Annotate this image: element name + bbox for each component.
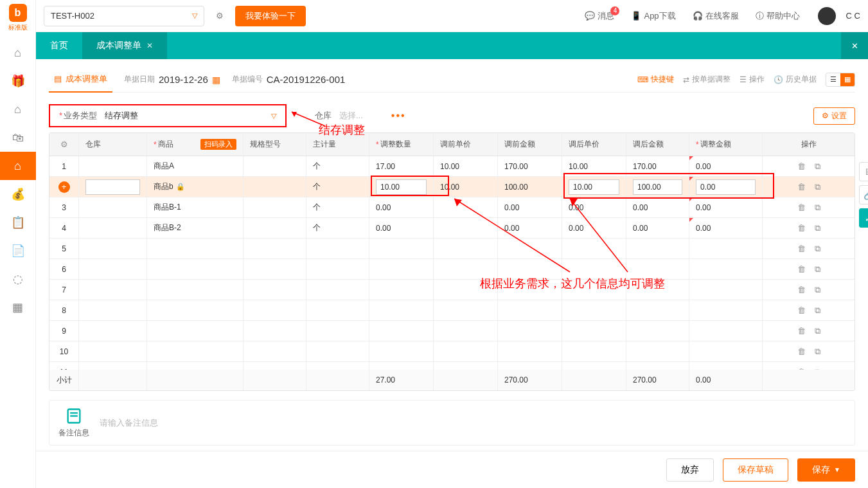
nav-clipboard-icon[interactable]: 📋 (0, 208, 36, 237)
rail-note-icon[interactable]: 🗎 (859, 162, 868, 181)
delete-icon[interactable]: 🗑 (797, 326, 806, 336)
try-button[interactable]: 我要体验一下 (235, 6, 306, 26)
table-row[interactable]: 3商品B-1个0.000.000.000.000.00🗑⧉ (49, 197, 855, 218)
close-icon[interactable]: ✕ (146, 41, 153, 50)
view-toggle[interactable]: ☰ ▦ (826, 73, 855, 87)
nav-gift-icon[interactable]: 🎁 (0, 67, 36, 95)
scan-button[interactable]: 扫码录入 (200, 139, 236, 150)
calendar-icon[interactable]: ▦ (212, 75, 220, 85)
table-row[interactable]: 8🗑⧉ (49, 300, 855, 321)
by-doc-link[interactable]: ⇄按单据调整 (683, 74, 731, 85)
close-all-tabs[interactable]: ✕ (841, 32, 868, 59)
wh-input[interactable] (85, 179, 140, 195)
nav-warehouse-icon[interactable]: ⌂ (0, 152, 36, 180)
col-spec: 规格型号 (244, 133, 306, 156)
doc-date[interactable]: 2019-12-26 (159, 74, 208, 85)
delete-icon[interactable]: 🗑 (797, 182, 806, 192)
messages-link[interactable]: 💬 消息 4 (585, 10, 614, 22)
service-link[interactable]: 🎧 在线客服 (693, 10, 739, 22)
chevron-down-icon: ▽ (271, 112, 276, 120)
doc-tabs: 首页 成本调整单 ✕ ✕ (36, 32, 868, 59)
phone-icon: 📱 (631, 11, 641, 21)
adj-input[interactable]: 0.00 (696, 179, 756, 195)
save-button[interactable]: 保存▼ (797, 458, 855, 482)
delete-icon[interactable]: 🗑 (797, 367, 806, 370)
avatar[interactable] (818, 7, 836, 25)
message-icon: 💬 (585, 11, 595, 21)
biz-type-select[interactable]: *业务类型 结存调整 ▽ (49, 104, 287, 127)
add-row-icon[interactable]: + (58, 181, 70, 193)
table-row[interactable]: 11🗑⧉ (49, 362, 855, 370)
history-link[interactable]: 🕓历史单据 (774, 74, 817, 85)
save-draft-button[interactable]: 保存草稿 (723, 458, 788, 482)
table-row[interactable]: +商品b🔒个10.0010.00100.0010.00100.000.00🗑⧉ (49, 177, 855, 197)
keyboard-icon: ⌨ (637, 75, 648, 84)
nav-bag-icon[interactable]: 🛍 (0, 123, 36, 152)
subtotal-label: 小计 (49, 370, 79, 390)
nav-money-icon[interactable]: 💰 (0, 180, 36, 208)
table-row[interactable]: 6🗑⧉ (49, 259, 855, 280)
delete-icon[interactable]: 🗑 (797, 347, 806, 356)
delete-icon[interactable]: 🗑 (797, 161, 806, 171)
table-row[interactable]: 9🗑⧉ (49, 321, 855, 341)
copy-icon[interactable]: ⧉ (815, 161, 820, 172)
copy-icon[interactable]: ⧉ (815, 244, 820, 254)
aamt-input[interactable]: 100.00 (633, 179, 682, 195)
view-list-icon[interactable]: ☰ (826, 73, 840, 86)
discard-button[interactable]: 放弃 (666, 458, 714, 482)
table-row[interactable]: 4商品B-2个0.000.000.000.000.00🗑⧉ (49, 218, 855, 239)
copy-icon[interactable]: ⧉ (815, 367, 820, 370)
table-row[interactable]: 1商品A个17.0010.00170.0010.00170.000.00🗑⧉ (49, 156, 855, 177)
copy-icon[interactable]: ⧉ (815, 264, 820, 275)
copy-icon[interactable]: ⧉ (815, 182, 820, 192)
gear-icon[interactable]: ⚙ (211, 7, 229, 25)
adjust-icon: ⇄ (683, 75, 689, 84)
col-adj: *调整金额 (689, 133, 763, 156)
copy-icon[interactable]: ⧉ (815, 203, 820, 213)
rail-link-icon[interactable]: 🔗 (859, 185, 868, 204)
delete-icon[interactable]: 🗑 (797, 305, 806, 315)
delete-icon[interactable]: 🗑 (797, 223, 806, 233)
col-product: *商品扫码录入 (147, 133, 244, 156)
nav-home-icon[interactable]: ⌂ (0, 39, 36, 67)
doc-type-tab[interactable]: ▤ 成本调整单 (49, 67, 112, 93)
nav-bank-icon[interactable]: ⌂ (0, 95, 36, 123)
copy-icon[interactable]: ⧉ (815, 305, 820, 316)
settings-button[interactable]: ⚙设置 (813, 107, 855, 125)
copy-icon[interactable]: ⧉ (815, 223, 820, 233)
remark-input[interactable] (100, 418, 846, 428)
delete-icon[interactable]: 🗑 (797, 285, 806, 294)
table-row[interactable]: 5🗑⧉ (49, 239, 855, 259)
aprice-input[interactable]: 10.00 (569, 179, 619, 195)
download-link[interactable]: 📱 App下载 (631, 10, 675, 22)
delete-icon[interactable]: 🗑 (797, 264, 806, 274)
quick-key-link[interactable]: ⌨快捷键 (637, 74, 674, 85)
nav-new-icon[interactable]: ▦ (0, 293, 36, 321)
copy-icon[interactable]: ⧉ (815, 285, 820, 295)
copy-icon[interactable]: ⧉ (815, 326, 820, 336)
more-filters[interactable]: ••• (391, 110, 406, 122)
nav-doc-icon[interactable]: 📄 (0, 237, 36, 265)
delete-icon[interactable]: 🗑 (797, 244, 806, 253)
tab-home[interactable]: 首页 (36, 32, 82, 59)
help-link[interactable]: ⓘ 帮助中心 (756, 10, 800, 22)
view-grid-icon[interactable]: ▦ (840, 73, 855, 86)
table-row[interactable]: 10🗑⧉ (49, 341, 855, 362)
delete-icon[interactable]: 🗑 (797, 203, 806, 212)
copy-icon[interactable]: ⧉ (815, 347, 820, 357)
ops-link[interactable]: ☰操作 (740, 74, 765, 85)
qty-input[interactable]: 10.00 (376, 179, 427, 195)
rail-expand-icon[interactable]: ⤢ (859, 208, 868, 228)
doc-icon: ▤ (54, 74, 62, 84)
brand-label: 标准版 (8, 23, 28, 32)
company-select[interactable]: TEST-H002 ▽ (44, 6, 204, 26)
table-row[interactable]: 7🗑⧉ (49, 280, 855, 300)
nav-sync-icon[interactable]: ◌ (0, 265, 36, 293)
help-icon: ⓘ (756, 10, 764, 22)
tab-cost-adjust[interactable]: 成本调整单 ✕ (82, 32, 167, 59)
table-gear-icon[interactable]: ⚙ (60, 140, 68, 149)
col-unit: 主计量 (306, 133, 369, 156)
col-aprice: 调后单价 (562, 133, 626, 156)
brand-logo: b (9, 4, 27, 22)
warehouse-select[interactable]: 仓库 选择... (306, 104, 372, 127)
